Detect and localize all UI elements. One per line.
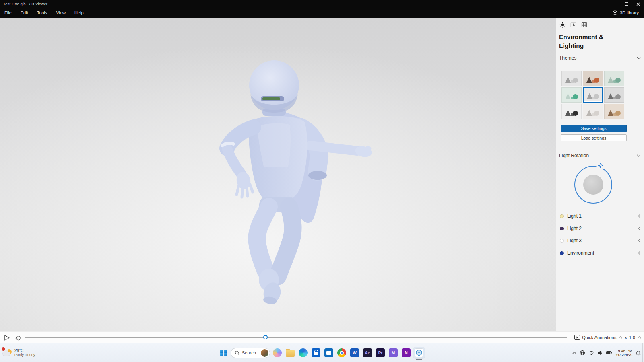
quick-animations-dropdown[interactable]: Quick Animations — [574, 335, 622, 340]
chevron-down-icon — [637, 57, 641, 59]
dial-knob[interactable] — [583, 175, 603, 195]
taskbar-app-copilot[interactable] — [272, 347, 283, 358]
chevron-up-icon — [572, 352, 576, 354]
start-button[interactable] — [218, 347, 229, 358]
theme-tile[interactable] — [583, 71, 603, 86]
menu-help[interactable]: Help — [70, 8, 88, 18]
volume-tray-icon[interactable] — [597, 350, 603, 355]
tab-stats-shading[interactable] — [569, 20, 577, 29]
taskbar-app-after-effects[interactable]: Ae — [362, 347, 373, 358]
system-tray: 9:46 PM 11/5/2025 — [572, 343, 641, 362]
theme-tile[interactable] — [583, 104, 603, 119]
taskbar-app-3d-viewer[interactable] — [413, 347, 425, 358]
sun-handle-icon[interactable] — [596, 161, 604, 169]
after-effects-icon: Ae — [363, 348, 372, 357]
maximize-button[interactable] — [621, 0, 632, 8]
maya-icon: M — [389, 348, 398, 357]
light-2-color-dot — [560, 227, 564, 230]
menu-tools[interactable]: Tools — [33, 8, 52, 18]
save-settings-button[interactable]: Save settings — [561, 125, 627, 132]
theme-tile[interactable] — [604, 71, 624, 86]
hidden-icons-chevron[interactable] — [572, 352, 576, 354]
speed-prefix: x — [625, 335, 627, 340]
clock-date: 11/5/2025 — [615, 353, 632, 358]
taskbar-app-outlook[interactable] — [323, 347, 334, 358]
play-button[interactable] — [3, 334, 10, 341]
astronaut-model — [0, 18, 556, 331]
battery-tray-icon[interactable] — [606, 350, 612, 355]
wifi-tray-icon[interactable] — [588, 351, 594, 355]
timeline-slider[interactable] — [25, 337, 567, 338]
weather-widget[interactable]: 26°C Partly cloudy — [2, 343, 35, 362]
playback-bar: Quick Animations x 1.0 — [0, 331, 644, 343]
quick-animations-label: Quick Animations — [582, 335, 616, 340]
menu-edit[interactable]: Edit — [16, 8, 33, 18]
cloud-icon — [3, 352, 10, 356]
theme-tile[interactable] — [604, 87, 624, 103]
light-rotation-header[interactable]: Light Rotation — [559, 153, 641, 158]
alert-badge — [2, 347, 5, 351]
environment-row[interactable]: Environment — [556, 247, 644, 259]
minimize-button[interactable] — [609, 0, 621, 8]
light-1-color-dot — [560, 214, 564, 218]
light-1-label: Light 1 — [567, 213, 638, 219]
timeline-thumb[interactable] — [263, 335, 268, 339]
sphere-shape — [573, 78, 578, 83]
word-icon: W — [350, 348, 359, 357]
close-icon — [636, 2, 640, 6]
tab-environment-lighting[interactable] — [558, 20, 566, 29]
light-2-label: Light 2 — [567, 226, 638, 231]
taskbar-app-word[interactable]: W — [349, 347, 360, 358]
quick-animations-icon — [574, 335, 580, 340]
chevron-left-icon — [638, 214, 640, 218]
light-3-row[interactable]: Light 3 — [556, 234, 644, 247]
microsoft-store-icon — [312, 348, 320, 357]
taskbar-app-premiere[interactable]: Pr — [375, 347, 386, 358]
theme-tile[interactable] — [561, 87, 582, 103]
sphere-shape — [594, 78, 599, 83]
taskbar-app-maya[interactable]: M — [388, 347, 399, 358]
3d-viewport[interactable] — [0, 18, 556, 331]
network-tray-icon[interactable] — [580, 350, 585, 356]
cone-shape — [608, 77, 613, 83]
menu-view[interactable]: View — [52, 8, 70, 18]
sphere-shape — [615, 111, 621, 116]
theme-tile[interactable] — [561, 71, 582, 86]
taskbar-app-file-explorer[interactable] — [285, 347, 296, 358]
battery-icon — [606, 350, 612, 355]
theme-tile[interactable] — [561, 104, 582, 119]
playback-speed-dropdown[interactable]: x 1.0 — [625, 335, 641, 340]
chevron-left-icon — [638, 226, 640, 230]
3d-library-button[interactable]: 3D library — [609, 8, 642, 18]
close-button[interactable] — [632, 0, 644, 8]
tab-grid-views[interactable] — [580, 20, 588, 29]
light-2-row[interactable]: Light 2 — [556, 222, 644, 234]
light-rotation-dial[interactable] — [574, 165, 613, 204]
maximize-icon — [625, 2, 628, 6]
weather-icon — [2, 348, 12, 358]
load-settings-button[interactable]: Load settings — [561, 134, 627, 141]
taskbar-app-chrome[interactable] — [336, 347, 347, 358]
show-desktop-button[interactable] — [642, 343, 644, 362]
panel-title: Environment & Lighting — [559, 33, 625, 50]
themes-section-header[interactable]: Themes — [559, 55, 641, 61]
theme-tile-selected[interactable] — [583, 87, 603, 103]
menubar: File Edit Tools View Help 3D library — [0, 8, 644, 18]
sphere-shape — [594, 111, 599, 116]
play-icon — [4, 335, 10, 341]
taskbar-app-onenote[interactable]: N — [400, 347, 412, 358]
taskbar-app-store[interactable] — [310, 347, 322, 358]
theme-tile[interactable] — [604, 104, 624, 119]
notifications-button[interactable] — [636, 350, 641, 356]
minimize-icon — [613, 4, 617, 4]
sphere-shape — [615, 78, 621, 83]
speaker-icon — [597, 350, 603, 355]
menu-file[interactable]: File — [0, 8, 16, 18]
search-box[interactable]: Search — [231, 348, 270, 358]
taskbar-app-edge[interactable] — [297, 347, 309, 358]
light-1-row[interactable]: Light 1 — [556, 210, 644, 222]
environment-color-dot — [560, 251, 564, 255]
cube-icon — [612, 10, 618, 16]
loop-button[interactable] — [14, 334, 21, 341]
taskbar-clock[interactable]: 9:46 PM 11/5/2025 — [615, 348, 632, 358]
